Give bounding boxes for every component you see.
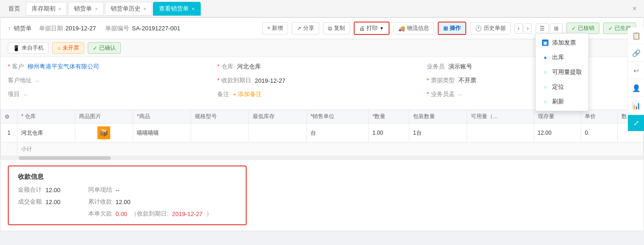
payment-same-order-label: 同单现结 (88, 186, 112, 194)
copy-button-label: 复制 (334, 24, 345, 32)
copy-icon: ⧉ (328, 25, 332, 32)
check-icon: ✓ (571, 25, 576, 32)
dropdown-available-qty[interactable]: ○ 可用量提取 (536, 65, 588, 80)
confirm-button[interactable]: ✓ 已确认 (88, 42, 121, 54)
dropdown-refresh[interactable]: ○ 刷新 (536, 94, 588, 109)
history-button[interactable]: 🕐 历史单据 (470, 22, 511, 34)
dropdown-locate[interactable]: ○ 定位 (536, 80, 588, 94)
refresh-icon: ○ (542, 98, 548, 105)
payment-transaction-item: 成交金额 12.00 (18, 198, 61, 206)
salesperson2-value: -- (458, 91, 463, 98)
new-button[interactable]: + 新增 (262, 22, 288, 34)
row-spec (191, 124, 249, 142)
sidebar-icon-5[interactable]: 📊 (628, 97, 644, 114)
date-meta-item: 单据日期 2019-12-27 (39, 24, 96, 33)
sidebar-icon-2[interactable]: 🔗 (628, 45, 644, 62)
col-available-header: 可用量（... (467, 110, 534, 124)
tab-inventory[interactable]: 库存期初 × (26, 2, 67, 16)
payment-same-order-value: -- (116, 187, 120, 194)
nav-arrows: ‹ › (514, 23, 532, 34)
list-view-button[interactable]: ☰ (536, 23, 549, 34)
customer-value[interactable]: 柳州粤港平安气体有限公司 (28, 63, 99, 71)
payment-total-item: 金额合计 12.00 (18, 186, 61, 194)
payment-info-box: 收款信息 金额合计 12.00 成交金额 12.00 同单现结 -- (8, 165, 247, 225)
payment-due-note-end: ） (206, 210, 212, 218)
from-phone-button[interactable]: 📱 来自手机 (8, 42, 49, 54)
outbound-label: 出库 (552, 53, 564, 62)
row-qty: 1.00 (368, 124, 409, 142)
scroll-thumb[interactable] (19, 156, 111, 160)
operation-button[interactable]: ⊞ 操作 (438, 22, 466, 35)
sales-order-icon: ↑ (8, 25, 11, 32)
warehouse-field: 仓库 河北仓库 (217, 63, 427, 71)
next-button[interactable]: › (524, 23, 532, 34)
sidebar-icon-4[interactable]: 👤 (628, 80, 644, 97)
tab-inventory-close[interactable]: × (58, 6, 61, 11)
check2-icon: ✓ (608, 25, 613, 32)
note-field: 备注 + 添加备注 (217, 90, 427, 98)
logistics-button[interactable]: 🚚 物流信息 (393, 22, 434, 34)
sidebar-icon-3[interactable]: ↩ (628, 63, 644, 79)
outbound-icon: ● (542, 54, 548, 61)
sidebar-icon-6[interactable]: ⤢ (628, 115, 644, 131)
col-minstock-header: 最低库存 (249, 110, 306, 124)
project-value: -- (23, 91, 28, 98)
col-settings[interactable]: ⚙ (1, 110, 17, 124)
right-sidebar: 📋 🔗 ↩ 👤 📊 ⤢ (627, 28, 644, 131)
ticket-type-field: 票据类型 不开票 (427, 76, 636, 85)
salesperson-value: 演示账号 (448, 63, 472, 71)
share-button[interactable]: ↗ 分享 (292, 22, 319, 34)
date-value: 2019-12-27 (66, 25, 96, 32)
confirm-icon: ✓ (93, 45, 97, 51)
tab-sales-history[interactable]: 销货单历史 × (105, 2, 152, 16)
salesperson-field: 业务员 演示账号 (427, 63, 636, 71)
add-note-button[interactable]: + 添加备注 (233, 90, 262, 98)
horizontal-scrollbar[interactable] (0, 156, 644, 160)
dropdown-add-invoice[interactable]: ▣ 添加发票 (536, 35, 588, 50)
col-image-header: 商品图片 (75, 110, 133, 124)
copy-button[interactable]: ⧉ 复制 (323, 22, 350, 34)
print-icon: 🖨 (359, 25, 365, 32)
table-scroll: ⚙ * 仓库 商品图片 *商品 规格型号 最低库存 *销售单位 *数量 包装数量… (0, 109, 644, 156)
items-table: ⚙ * 仓库 商品图片 *商品 规格型号 最低库存 *销售单位 *数量 包装数量… (0, 109, 644, 156)
row-minstock (249, 124, 306, 142)
tab-home[interactable]: 首页 (4, 5, 25, 13)
payment-cumulative-value: 12.00 (116, 199, 131, 205)
tab-sales[interactable]: 销货单 × (68, 2, 103, 16)
payment-due-label: 收款到期日 (217, 76, 251, 85)
document-meta: 单据日期 2019-12-27 单据编号 SA-20191227-001 (39, 24, 181, 33)
row-price: 0. (581, 124, 617, 142)
prev-button[interactable]: ‹ (514, 23, 523, 34)
salesperson2-field: 业务员孟 -- (427, 90, 636, 98)
note-label: 备注 (217, 90, 229, 98)
ticket-type-value: 不开票 (458, 76, 476, 85)
window-close-button[interactable]: × (629, 5, 640, 13)
print-button[interactable]: 🖨 打印 ▼ (354, 22, 390, 35)
dropdown-outbound[interactable]: ● 出库 (536, 50, 588, 65)
grid-view-button[interactable]: ⊞ (550, 23, 563, 34)
logistics-icon: 🚚 (398, 25, 405, 32)
col-warehouse-header: * 仓库 (17, 110, 75, 124)
tab-sales-history-close[interactable]: × (143, 6, 146, 11)
sold-badge[interactable]: ✓ 已核销 (566, 23, 599, 34)
col-price-header: 单价 (581, 110, 617, 124)
customer-label: 客户 (8, 63, 24, 71)
tab-bar: 首页 库存期初 × 销货单 × 销货单历史 × 查看销货单 × × (0, 0, 644, 17)
row-image: 📦 (75, 124, 133, 142)
operation-button-label: 操作 (450, 24, 461, 32)
tab-sales-close[interactable]: × (95, 6, 97, 11)
address-field: 客户地址 -- (8, 76, 217, 85)
tab-view-sales[interactable]: 查看销货单 × (153, 2, 200, 16)
payment-due-label: 本单欠款 (88, 210, 112, 218)
not-open-button[interactable]: ○ 未开票 (52, 42, 84, 54)
print-dropdown-icon: ▼ (379, 26, 384, 31)
col-spec-header: 规格型号 (191, 110, 249, 124)
product-image-icon: 📦 (97, 126, 110, 139)
tab-view-sales-close[interactable]: × (192, 6, 194, 11)
sidebar-icon-1[interactable]: 📋 (628, 28, 644, 44)
payment-due-value: 0.00 (116, 211, 127, 217)
payment-due-value: 2019-12-27 (255, 77, 286, 84)
salesperson2-label: 业务员孟 (427, 90, 455, 98)
locate-icon: ○ (542, 84, 548, 90)
number-meta-item: 单据编号 SA-20191227-001 (105, 24, 181, 33)
